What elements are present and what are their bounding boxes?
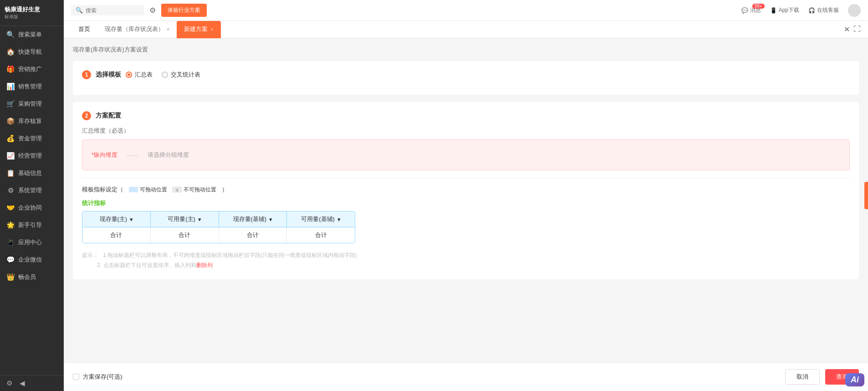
tab-inventory-label: 现存量（库存状况表） [105, 25, 164, 33]
tab-inventory-status[interactable]: 现存量（库存状况表） × [97, 21, 177, 38]
sidebar-item-system[interactable]: ⚙系统管理 [0, 182, 64, 199]
messages-btn[interactable]: 💬 消息 99+ [741, 6, 761, 14]
avatar[interactable] [848, 4, 861, 17]
sidebar-item-shortcut[interactable]: 🏠快捷导航 [0, 43, 64, 61]
tab-new-plan-label: 新建方案 [184, 25, 208, 33]
tab-new-plan[interactable]: 新建方案 × [177, 21, 220, 38]
sidebar-icon-operations: 📈 [6, 152, 15, 160]
tabs-expand-icon[interactable]: ⛶ [853, 25, 861, 34]
sidebar-item-finance[interactable]: 💰资金管理 [0, 130, 64, 147]
sidebar-icon-marketing: 🎁 [6, 65, 15, 73]
tab-inventory-close-icon[interactable]: × [167, 26, 169, 32]
stats-section-label: 统计指标 [82, 199, 850, 207]
radio-summary[interactable]: 汇总表 [126, 71, 153, 79]
sidebar-label-finance: 资金管理 [18, 134, 42, 143]
sidebar-item-marketing[interactable]: 🎁营销推广 [0, 61, 64, 78]
sidebar-item-member[interactable]: 👑畅会员 [0, 268, 64, 286]
stats-header-dropdown-0[interactable]: ▾ [130, 216, 133, 223]
dimension-separator: —— [127, 152, 138, 159]
sidebar-icon-inventory: 📦 [6, 117, 15, 125]
messages-badge: 99+ [752, 4, 765, 9]
dimension-required-label: *纵向维度 [92, 151, 117, 159]
tabs-controls: ✕ ⛶ [844, 25, 861, 34]
metrics-setting-label: 模板指标设定（ [82, 185, 123, 194]
save-checkbox[interactable] [73, 374, 79, 380]
page-title: 现存量(库存状况表)方案设置 [73, 46, 859, 54]
template-radio-group: 汇总表 交叉统计表 [126, 71, 200, 79]
dimension-placeholder: 请选择分组维度 [148, 151, 189, 159]
sidebar-icon-basic: 📋 [6, 169, 15, 177]
search-box[interactable]: 🔍 [71, 5, 144, 15]
settings-icon[interactable]: ⚙ [6, 379, 12, 387]
sidebar-item-search[interactable]: 🔍搜索菜单 [0, 26, 64, 43]
tabs-close-icon[interactable]: ✕ [844, 25, 850, 34]
stats-header-0[interactable]: 现存量(主)▾ [82, 211, 151, 227]
search-input[interactable] [86, 7, 139, 14]
gear-icon[interactable]: ⚙ [149, 6, 156, 15]
save-option: 方案保存(可选) [73, 373, 123, 381]
nodrag-color-box: ▦ [173, 187, 182, 192]
metrics-setting: 模板指标设定（ 可拖动位置 ▦ 不可拖动位置 ） [82, 185, 850, 194]
sidebar-item-wechat[interactable]: 💬企业微信 [0, 251, 64, 268]
sidebar-item-appstore[interactable]: 📱应用中心 [0, 234, 64, 251]
stats-header-2[interactable]: 现存量(基辅)▾ [219, 211, 287, 227]
sidebar-item-inventory[interactable]: 📦库存核算 [0, 113, 64, 130]
step2-card: 2 方案配置 汇总维度（必选） *纵向维度 —— 请选择分组维度 模板指标设定（… [73, 102, 859, 279]
collapse-icon[interactable]: ◀ [20, 379, 25, 387]
sidebar-icon-cooperation: 🤝 [6, 204, 15, 212]
sidebar-item-basic[interactable]: 📋基础信息 [0, 165, 64, 182]
radio-cross[interactable]: 交叉统计表 [162, 71, 200, 79]
tips-title: 提示： 1.拖动标题栏可以调整布局，不可跨维度或指标区域拖动栏目字段(只能在同一… [82, 251, 850, 261]
draggable-indicator: 可拖动位置 [129, 186, 167, 194]
topbar: 🔍 ⚙ 体验行业方案 💬 消息 99+ 📱 App下载 🎧 在线客服 [64, 0, 868, 21]
sidebar-label-appstore: 应用中心 [18, 238, 42, 247]
cancel-button[interactable]: 取消 [785, 369, 820, 385]
service-icon: 🎧 [808, 7, 815, 14]
stats-header-dropdown-3[interactable]: ▾ [337, 216, 341, 223]
sidebar-item-cooperation[interactable]: 🤝企业协同 [0, 199, 64, 216]
stats-table: 现存量(主)▾可用量(主)▾现存量(基辅)▾可用量(基辅)▾ 合计合计合计合计 [82, 211, 355, 243]
stats-header-3[interactable]: 可用量(基辅)▾ [287, 211, 355, 227]
stats-header-label-0: 现存量(主) [100, 215, 128, 223]
sidebar-icon-sales: 📊 [6, 82, 15, 91]
step2-title: 方案配置 [96, 112, 121, 120]
stats-header-dropdown-1[interactable]: ▾ [198, 216, 201, 223]
ai-badge[interactable]: Ai [845, 373, 864, 386]
app-download-btn[interactable]: 📱 App下载 [770, 6, 799, 14]
sidebar-label-wechat: 企业微信 [18, 256, 42, 264]
step2-header: 2 方案配置 [82, 111, 850, 120]
sidebar-label-shortcut: 快捷导航 [18, 48, 42, 56]
bottom-bar: 方案保存(可选) 取消 查询 [64, 362, 868, 391]
sidebar-icon-finance: 💰 [6, 134, 15, 143]
stats-table-row-0: 合计合计合计合计 [82, 227, 355, 243]
sidebar-item-purchase[interactable]: 🛒采购管理 [0, 95, 64, 113]
drag-color-box [129, 187, 138, 192]
radio-summary-label: 汇总表 [135, 71, 153, 79]
app-version: 标准版 [5, 14, 59, 20]
sidebar-icon-wechat: 💬 [6, 256, 15, 264]
stats-header-dropdown-2[interactable]: ▾ [269, 216, 272, 223]
online-service-btn[interactable]: 🎧 在线客服 [808, 6, 839, 14]
sidebar-label-system: 系统管理 [18, 186, 42, 195]
sidebar-item-newbie[interactable]: 🌟新手引导 [0, 216, 64, 234]
tips-delete-text: 删除列 [196, 262, 213, 268]
app-name: 畅康通好生意 [5, 5, 59, 14]
stats-cell-0-1: 合计 [151, 227, 219, 243]
nodrag-label: 不可拖动位置 [184, 186, 216, 194]
sidebar-item-sales[interactable]: 📊销售管理 [0, 78, 64, 95]
online-service-label: 在线客服 [817, 6, 839, 14]
stats-header-label-3: 可用量(基辅) [301, 215, 335, 223]
trial-btn[interactable]: 体验行业方案 [161, 4, 207, 17]
stats-header-1[interactable]: 可用量(主)▾ [151, 211, 219, 227]
tab-new-plan-close-icon[interactable]: × [210, 26, 213, 32]
dimension-area[interactable]: *纵向维度 —— 请选择分组维度 [82, 139, 850, 170]
sidebar-icon-newbie: 🌟 [6, 221, 15, 229]
sidebar-item-operations[interactable]: 📈经营管理 [0, 147, 64, 165]
tips-section: 提示： 1.拖动标题栏可以调整布局，不可跨维度或指标区域拖动栏目字段(只能在同一… [82, 251, 850, 270]
right-edge-handle[interactable] [864, 182, 868, 209]
radio-cross-circle [162, 72, 168, 78]
tab-home[interactable]: 首页 [71, 21, 97, 38]
sidebar-label-operations: 经营管理 [18, 152, 42, 160]
main-area: 🔍 ⚙ 体验行业方案 💬 消息 99+ 📱 App下载 🎧 在线客服 首页 [64, 0, 868, 391]
section-divider [82, 178, 850, 178]
